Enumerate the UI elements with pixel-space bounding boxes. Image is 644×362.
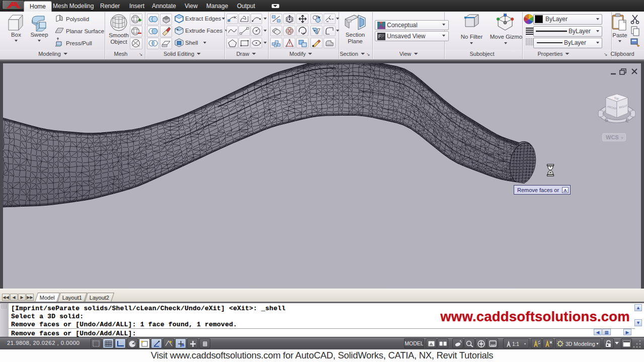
svg-text:1:1: 1:1 bbox=[512, 341, 519, 347]
svg-text:Top: Top bbox=[614, 97, 619, 100]
